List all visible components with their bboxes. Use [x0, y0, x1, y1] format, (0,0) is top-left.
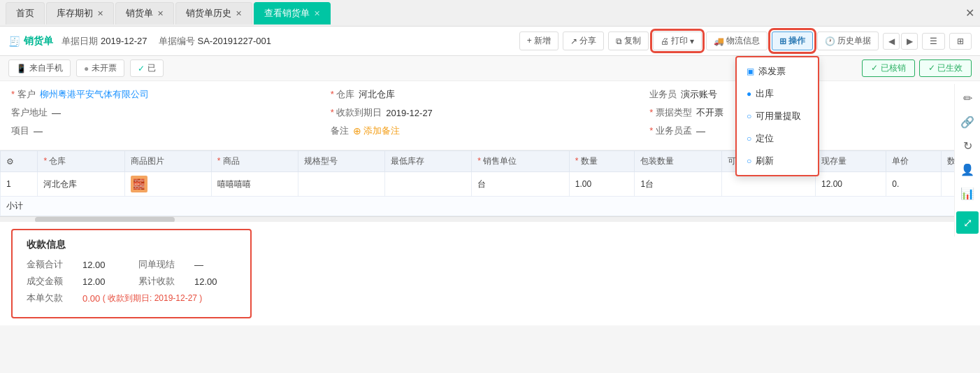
doc-title-text: 销货单	[24, 35, 53, 48]
operate-button[interactable]: ⊞ 操作	[772, 31, 813, 50]
product-table: ⚙ * 仓库 商品图片 * 商品 规格型号 最低库存 * 销售单位 * 数量 包…	[0, 150, 980, 216]
form-section: 客户 柳州粤港平安气体有限公司 仓库 河北仓库 业务员 演示账号 客户地址 — …	[0, 81, 980, 150]
new-button[interactable]: + 新增	[519, 31, 559, 50]
print-label: 打印	[671, 35, 688, 47]
sidebar-chart-icon[interactable]: 📊	[956, 182, 979, 204]
col-product-img: 商品图片	[124, 151, 211, 172]
add-note-button[interactable]: ⊕ 添加备注	[353, 125, 400, 137]
grid-view-button[interactable]: ⊞	[949, 33, 972, 50]
refresh-label: 刷新	[756, 155, 774, 167]
logistics-button[interactable]: 🚚 物流信息	[706, 31, 768, 50]
col-unit-price: 单价	[886, 151, 941, 172]
copy-button[interactable]: ⧉ 复制	[608, 31, 649, 50]
row-pack-qty: 1台	[635, 172, 721, 197]
tab-history[interactable]: 销货单历史 ✕	[175, 2, 252, 24]
list-view-button[interactable]: ☰	[922, 33, 945, 50]
copy-icon: ⧉	[616, 36, 622, 46]
from-phone-button[interactable]: 📱 来自手机	[8, 59, 71, 77]
outbound-icon: ●	[747, 89, 751, 99]
current-owe-value: 0.00	[82, 293, 100, 304]
history-button[interactable]: 🕐 历史单据	[817, 31, 879, 50]
doc-no-field: 单据编号 SA-20191227-001	[159, 35, 272, 48]
print-button[interactable]: 🖨 打印 ▾	[653, 31, 702, 50]
next-arrow[interactable]: ▶	[901, 33, 918, 50]
operate-icon: ⊞	[779, 36, 786, 46]
cumulative-value: 12.00	[194, 276, 236, 287]
tab-view-sales-close[interactable]: ✕	[314, 9, 320, 18]
sidebar-rotate-icon[interactable]: ↻	[956, 134, 979, 157]
print-arrow: ▾	[690, 36, 694, 46]
tab-home[interactable]: 首页	[6, 2, 45, 24]
available-extract-label: 可用量提取	[756, 110, 801, 122]
horizontal-scrollbar[interactable]	[0, 216, 980, 222]
doc-date-value: 2019-12-27	[101, 36, 147, 46]
share-label: 分享	[579, 35, 596, 47]
tab-history-label: 销货单历史	[186, 7, 231, 20]
effective-icon: ✓	[928, 63, 935, 73]
not-open-button[interactable]: ● 未开票	[76, 59, 124, 77]
doc-date-label: 单据日期	[62, 35, 98, 48]
window-close[interactable]: ✕	[965, 6, 974, 20]
action-bar: 📱 来自手机 ● 未开票 ✓ 已 ✓ 已核销 ✓ 已生效	[0, 56, 980, 81]
row-product-name: 嘻嘻嘻嘻	[211, 172, 298, 197]
ticket-type-label: 票据类型	[649, 106, 692, 119]
history-icon: 🕐	[825, 36, 835, 46]
tab-inventory[interactable]: 库存期初 ✕	[46, 2, 114, 24]
copy-label: 复制	[624, 35, 641, 47]
outbound-label: 出库	[756, 87, 774, 100]
tab-view-sales[interactable]: 查看销货单 ✕	[254, 2, 331, 24]
col-gear[interactable]: ⚙	[1, 151, 38, 172]
col-qty: * 数量	[569, 151, 635, 172]
product-image-icon: 🧱	[133, 178, 145, 190]
settlement-value: —	[194, 260, 236, 270]
table-row: 1 河北仓库 🧱 嘻嘻嘻嘻 台 1.00 1台 12.00 0.	[1, 172, 980, 197]
biz-staff-label: 业务员孟	[649, 125, 692, 137]
doc-no-value: SA-20191227-001	[198, 36, 272, 46]
payment-row-3: 本单欠款 0.00 ( 收款到期日: 2019-12-27 )	[27, 292, 236, 304]
tab-sales[interactable]: 销货单 ✕	[115, 2, 174, 24]
sidebar-user-icon[interactable]: 👤	[956, 158, 979, 181]
from-phone-label: 来自手机	[29, 62, 63, 74]
current-owe-label: 本单欠款	[27, 292, 82, 304]
dropdown-refresh[interactable]: ○ 刷新	[737, 150, 818, 172]
row-unit-price: 0.	[886, 172, 941, 197]
doc-header: 🧾 销货单 单据日期 2019-12-27 单据编号 SA-20191227-0…	[0, 27, 980, 56]
dropdown-locate[interactable]: ○ 定位	[737, 127, 818, 150]
dropdown-add-invoice[interactable]: ▣ 添发票	[737, 60, 818, 83]
customer-value[interactable]: 柳州粤港平安气体有限公司	[40, 88, 149, 101]
share-button[interactable]: ↗ 分享	[563, 31, 604, 50]
prev-arrow[interactable]: ◀	[883, 33, 900, 50]
tab-sales-label: 销货单	[126, 7, 153, 20]
dropdown-outbound[interactable]: ● 出库	[737, 83, 818, 105]
doc-meta: 单据日期 2019-12-27 单据编号 SA-20191227-001	[62, 35, 271, 48]
confirm-button[interactable]: ✓ 已	[130, 59, 164, 77]
sidebar-expand-icon[interactable]: ⤢	[956, 211, 979, 234]
row-warehouse: 河北仓库	[38, 172, 124, 197]
sidebar-edit-icon[interactable]: ✏	[956, 87, 979, 109]
project-value: —	[34, 126, 43, 136]
doc-title: 🧾 销货单	[8, 35, 53, 48]
project-field: 项目 —	[11, 125, 331, 137]
col-product: * 商品	[211, 151, 298, 172]
customer-label: 客户	[11, 88, 36, 101]
note-label: 备注	[331, 125, 349, 137]
available-extract-icon: ○	[747, 111, 751, 121]
table-wrapper[interactable]: ⚙ * 仓库 商品图片 * 商品 规格型号 最低库存 * 销售单位 * 数量 包…	[0, 150, 980, 216]
tab-inventory-close[interactable]: ✕	[97, 9, 103, 18]
sidebar-link-icon[interactable]: 🔗	[956, 111, 979, 133]
effective-label: 已生效	[937, 63, 963, 73]
canceled-button[interactable]: ✓ 已核销	[862, 59, 914, 77]
tab-sales-close[interactable]: ✕	[157, 9, 164, 18]
customer-field: 客户 柳州粤港平安气体有限公司	[11, 88, 331, 101]
table-section: ⚙ * 仓库 商品图片 * 商品 规格型号 最低库存 * 销售单位 * 数量 包…	[0, 150, 980, 222]
row-no: 1	[1, 172, 38, 197]
due-date-label: 收款到期日	[331, 106, 382, 119]
dropdown-available-extract[interactable]: ○ 可用量提取	[737, 105, 818, 127]
biz-staff-value: —	[696, 126, 705, 136]
product-image: 🧱	[131, 176, 147, 192]
col-current-qty: 现存量	[816, 151, 886, 172]
effective-button[interactable]: ✓ 已生效	[919, 59, 972, 77]
amount-total-label: 金额合计	[27, 258, 82, 271]
tab-inventory-label: 库存期初	[57, 7, 93, 20]
tab-history-close[interactable]: ✕	[236, 9, 242, 18]
